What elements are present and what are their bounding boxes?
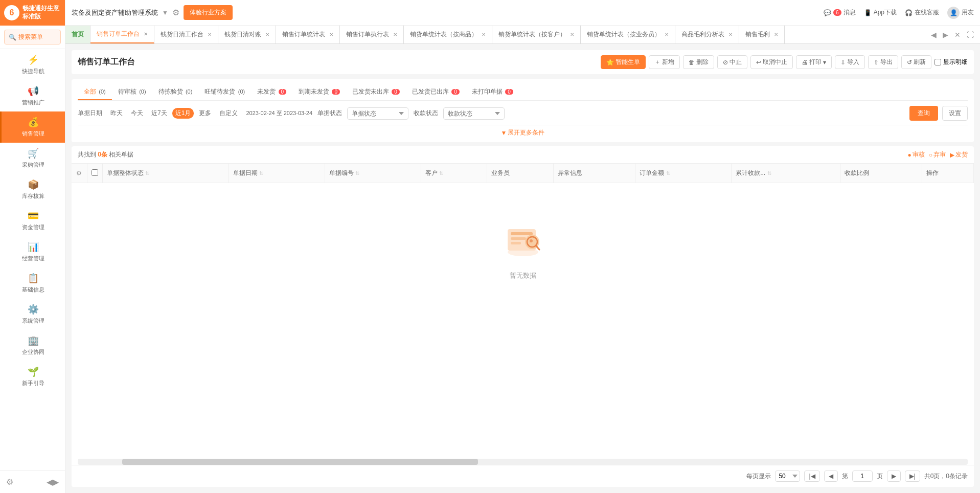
date-btn-1month[interactable]: 近1月 [172, 108, 194, 119]
filter-tab-unprinted[interactable]: 未打印单据 0 [466, 84, 519, 100]
filter-tab-all[interactable]: 全部 (0) [78, 84, 112, 100]
filter-tab-shipped-out[interactable]: 已发货已出库 0 [406, 84, 466, 100]
page-size-select[interactable]: 10 20 50 100 [775, 470, 800, 482]
filter-tab-pending-check[interactable]: 待拣验货 (0) [152, 84, 199, 100]
tab-close-goods[interactable]: ✕ [482, 32, 486, 37]
delete-btn[interactable]: 🗑 删除 [683, 55, 714, 69]
tab-home[interactable]: 首页 [65, 26, 90, 43]
sidebar-item-finance[interactable]: 💳 资金管理 [0, 205, 65, 236]
sidebar-settings-btn[interactable]: ⚙ [4, 475, 15, 489]
filter-tab-unshipped[interactable]: 未发货 0 [251, 84, 292, 100]
page-first-btn[interactable]: |◀ [804, 470, 819, 482]
sidebar-item-basic-info[interactable]: 📋 基础信息 [0, 267, 65, 299]
table-wrapper[interactable]: ⚙ 单据整体状态 ⇅ 单据日期 ⇅ 单据编号 [72, 164, 974, 459]
tab-sales-staff[interactable]: 销货单统计表（按业务员） ✕ [581, 26, 675, 43]
sidebar-item-purchase[interactable]: 🛒 采购管理 [0, 143, 65, 174]
tab-close-cash-daily[interactable]: ✕ [208, 32, 212, 37]
tab-gross-profit[interactable]: 商品毛利分析表 ✕ [675, 26, 739, 43]
refresh-btn[interactable]: ↺ 刷新 [901, 55, 931, 69]
plus-icon: ＋ [654, 58, 660, 66]
tab-close-exec[interactable]: ✕ [393, 32, 397, 37]
filter-tab-shipped-not-out[interactable]: 已发货未出库 0 [346, 84, 406, 100]
user-item[interactable]: 👤 用友 [947, 7, 974, 19]
sidebar-collapse-btn[interactable]: ◀▶ [44, 475, 61, 489]
sidebar-item-system[interactable]: ⚙️ 系统管理 [0, 299, 65, 330]
add-btn[interactable]: ＋ 新增 [649, 55, 680, 69]
sort-customer-icon[interactable]: ⇅ [439, 170, 443, 176]
trash-icon: 🗑 [689, 59, 695, 66]
th-settings[interactable]: ⚙ [72, 164, 87, 183]
date-btn-more[interactable]: 更多 [196, 108, 214, 119]
expand-btn[interactable]: ▼ 展开更多条件 [501, 128, 545, 137]
tab-sales-customer[interactable]: 销货单统计表（按客户） ✕ [492, 26, 581, 43]
tab-close-gross[interactable]: ✕ [728, 32, 733, 37]
sidebar-item-operations[interactable]: 📊 经营管理 [0, 236, 65, 267]
sidebar-item-beginner[interactable]: 🌱 新手引导 [0, 361, 65, 392]
filter-tab-wangpu[interactable]: 旺铺待发货 (0) [198, 84, 251, 100]
filter-tab-overdue[interactable]: 到期未发货 0 [292, 84, 346, 100]
print-btn[interactable]: 🖨 打印 ▾ [796, 55, 832, 69]
app-download-item[interactable]: 📱 App下载 [864, 8, 897, 17]
sort-amount-icon[interactable]: ⇅ [666, 170, 670, 176]
th-checkbox[interactable] [87, 164, 102, 183]
tab-close-customer[interactable]: ✕ [570, 32, 574, 37]
smart-gen-btn[interactable]: ⭐ 智能生单 [601, 55, 646, 69]
tab-next-btn[interactable]: ▶ [941, 30, 950, 40]
import-btn[interactable]: ⇩ 导入 [835, 55, 865, 69]
approve-batch-btn[interactable]: ● 审核 [908, 150, 925, 159]
industry-btn[interactable]: 体验行业方案 [184, 5, 233, 20]
page-last-btn[interactable]: ▶| [905, 470, 920, 482]
filter-settings-btn[interactable]: 设置 [942, 106, 968, 121]
page-input[interactable] [852, 470, 873, 482]
ship-batch-btn[interactable]: ▶ 发货 [950, 150, 968, 159]
sidebar-item-enterprise[interactable]: 🏢 企业协同 [0, 330, 65, 361]
tab-sales-goods[interactable]: 销货单统计表（按商品） ✕ [404, 26, 492, 43]
show-detail-checkbox[interactable] [935, 59, 941, 65]
tab-close-stats[interactable]: ✕ [329, 32, 333, 37]
count-number: 0条 [98, 151, 107, 158]
sort-number-icon[interactable]: ⇅ [355, 170, 359, 176]
tab-cash-daily[interactable]: 钱货日清工作台 ✕ [154, 26, 218, 43]
sidebar-item-sales[interactable]: 💰 销售管理 [0, 111, 65, 143]
tab-prev-btn[interactable]: ◀ [929, 30, 939, 40]
sort-date-icon[interactable]: ⇅ [259, 170, 263, 176]
sort-collected-icon[interactable]: ⇅ [767, 170, 771, 176]
sort-status-icon[interactable]: ⇅ [145, 170, 149, 176]
sidebar-item-quick-nav[interactable]: ⚡ 快捷导航 [0, 49, 65, 80]
pause-btn[interactable]: ⊘ 中止 [717, 55, 747, 69]
sidebar-item-inventory[interactable]: 📦 库存核算 [0, 174, 65, 205]
date-btn-yesterday[interactable]: 昨天 [107, 108, 126, 119]
page-next-btn[interactable]: ▶ [887, 470, 901, 482]
tab-close-profit[interactable]: ✕ [774, 32, 778, 37]
message-item[interactable]: 💬 6 消息 [824, 8, 856, 17]
tab-sales-workbench[interactable]: 销售订单工作台 ✕ [90, 26, 154, 43]
status-select[interactable]: 单据状态 [347, 107, 408, 120]
tab-sales-exec[interactable]: 销售订单执行表 ✕ [340, 26, 404, 43]
sidebar-item-marketing[interactable]: 📢 营销推广 [0, 80, 65, 111]
search-menu-button[interactable]: 🔍 搜索菜单 [4, 30, 61, 44]
page-prev-btn[interactable]: ◀ [824, 470, 838, 482]
system-dropdown-btn[interactable]: ▼ [162, 9, 168, 16]
cancel-pause-btn[interactable]: ↩ 取消中止 [750, 55, 793, 69]
unapprove-batch-btn[interactable]: ○ 弃审 [929, 150, 946, 159]
online-service-item[interactable]: 🎧 在线客服 [905, 8, 939, 17]
date-btn-today[interactable]: 今天 [128, 108, 146, 119]
filter-tab-pending-review[interactable]: 待审核 (0) [112, 84, 152, 100]
horizontal-scroll[interactable] [78, 459, 968, 465]
date-btn-7days[interactable]: 近7天 [148, 108, 170, 119]
tab-close-all-btn[interactable]: ✕ [952, 30, 963, 40]
payment-select[interactable]: 收款状态 [443, 107, 505, 120]
select-all-checkbox[interactable] [92, 169, 98, 176]
tab-close-reconcile[interactable]: ✕ [265, 32, 269, 37]
tab-cash-reconcile[interactable]: 钱货日清对账 ✕ [218, 26, 276, 43]
export-btn[interactable]: ⇧ 导出 [868, 55, 898, 69]
date-btn-custom[interactable]: 自定义 [216, 108, 241, 119]
settings-gear-btn[interactable]: ⚙ [172, 8, 179, 17]
tab-close-sales[interactable]: ✕ [144, 31, 148, 37]
tab-sales-stats[interactable]: 销售订单统计表 ✕ [276, 26, 340, 43]
tab-maximize-btn[interactable]: ⛶ [965, 30, 976, 40]
tab-close-staff[interactable]: ✕ [665, 32, 669, 37]
tab-sales-profit[interactable]: 销售毛利 ✕ [739, 26, 785, 43]
query-btn[interactable]: 查询 [909, 106, 938, 121]
show-detail-toggle[interactable]: 显示明细 [935, 58, 968, 66]
